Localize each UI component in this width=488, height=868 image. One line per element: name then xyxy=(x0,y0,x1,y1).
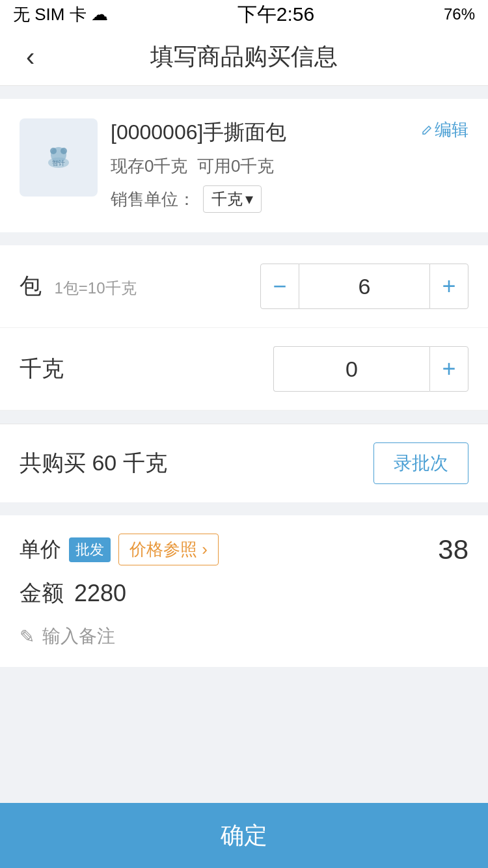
svg-point-1 xyxy=(50,148,57,154)
unit-select[interactable]: 千克 ▾ xyxy=(203,185,262,213)
chevron-down-icon: ▾ xyxy=(245,190,253,208)
price-section: 单价 批发 价格参照 › 38 金额 2280 ✎ 输入备注 xyxy=(0,515,488,667)
amount-value: 2280 xyxy=(74,580,126,607)
quantity-section: 包 1包=10千克 − + 千克 + xyxy=(0,245,488,411)
kg-input[interactable] xyxy=(273,346,429,392)
kg-label: 千克 xyxy=(20,354,273,384)
nav-bar: ‹ 填写商品购买信息 xyxy=(0,29,488,86)
back-button[interactable]: ‹ xyxy=(20,36,41,78)
confirm-bar[interactable]: 确定 xyxy=(0,803,488,868)
price-ref-button[interactable]: 价格参照 › xyxy=(118,534,219,565)
page-title: 填写商品购买信息 xyxy=(150,41,338,73)
status-bar: 无 SIM 卡 ☁ 下午2:56 76% xyxy=(0,0,488,29)
kg-row: 千克 + xyxy=(0,328,488,411)
amount-section: 金额 2280 ✎ 输入备注 xyxy=(20,578,468,649)
price-tag: 批发 xyxy=(69,537,111,562)
confirm-button[interactable]: 确定 xyxy=(221,820,267,852)
total-text: 共购买 60 千克 xyxy=(20,448,167,478)
status-time: 下午2:56 xyxy=(237,1,314,28)
product-unit-row: 销售单位： 千克 ▾ xyxy=(111,185,468,213)
battery-icon: 76% xyxy=(444,5,475,23)
svg-point-2 xyxy=(61,148,67,154)
status-carrier: 无 SIM 卡 ☁ xyxy=(13,3,108,26)
bao-control: − + xyxy=(260,264,468,309)
bao-row: 包 1包=10千克 − + xyxy=(0,245,488,328)
product-info: [0000006]手撕面包 编辑 现存0千克 可用0千克 销售单位： 千克 ▾ xyxy=(111,118,468,213)
remark-row[interactable]: ✎ 输入备注 xyxy=(20,624,468,649)
status-right: 76% xyxy=(444,5,475,23)
remark-placeholder: 输入备注 xyxy=(42,624,115,649)
bao-label: 包 1包=10千克 xyxy=(20,271,260,301)
pencil-icon: ✎ xyxy=(20,626,34,647)
bao-input[interactable] xyxy=(299,264,429,309)
product-stock: 现存0千克 可用0千克 xyxy=(111,155,468,178)
price-value: 38 xyxy=(438,534,468,565)
edit-button[interactable]: 编辑 xyxy=(422,118,468,141)
price-left: 单价 批发 价格参照 › xyxy=(20,534,219,565)
bao-minus-button[interactable]: − xyxy=(260,264,299,309)
product-card: 智计 [0000006]手撕面包 编辑 现存0千克 可用0千克 销售单位： 千克 xyxy=(0,99,488,232)
bao-plus-button[interactable]: + xyxy=(429,264,468,309)
svg-text:智计: 智计 xyxy=(52,159,65,167)
amount-row: 金额 2280 xyxy=(20,578,468,608)
kg-plus-button[interactable]: + xyxy=(429,346,468,392)
total-row: 共购买 60 千克 录批次 xyxy=(0,424,488,502)
kg-control: + xyxy=(273,346,468,392)
batch-button[interactable]: 录批次 xyxy=(373,442,468,484)
product-name: [0000006]手撕面包 xyxy=(111,118,286,147)
product-image: 智计 xyxy=(20,118,98,197)
price-row: 单价 批发 价格参照 › 38 xyxy=(20,534,468,565)
